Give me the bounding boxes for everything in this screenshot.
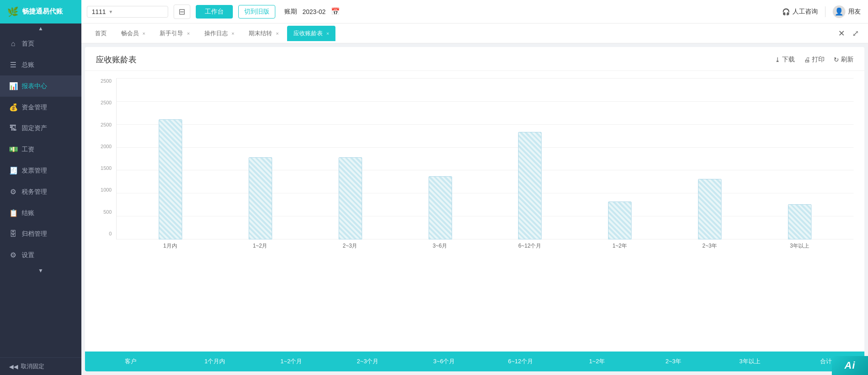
invoice-icon: 🧾 [9, 166, 17, 175]
refresh-label: 刷新 [841, 56, 854, 64]
tab-membership[interactable]: 畅会员 × [115, 26, 151, 41]
top-header: 🌿 畅捷通易代账 1111 ▾ ⊟ 工作台 切到旧版 账期 2023-02 📅 … [0, 0, 868, 23]
y-label-3: 2000 [101, 144, 112, 149]
tab-guide[interactable]: 新手引导 × [153, 26, 196, 41]
tab-label-guide: 新手引导 [160, 29, 183, 38]
x-label-4: 6~12个月 [518, 242, 542, 250]
assets-icon: 🏗 [9, 124, 17, 132]
tab-oplog[interactable]: 操作日志 × [198, 26, 241, 41]
cancel-fixed-label: 取消固定 [21, 362, 44, 370]
table-col-0: 客户 [85, 357, 177, 366]
print-button[interactable]: 🖨 打印 [804, 56, 825, 64]
sidebar-item-reports[interactable]: 📊 报表中心 [0, 75, 81, 97]
bar-7 [788, 204, 811, 239]
archive-icon: 🗄 [9, 230, 17, 238]
bar-0 [159, 119, 182, 239]
bar-2 [339, 157, 362, 239]
refresh-icon: ↻ [834, 56, 839, 63]
sidebar-scroll-up[interactable]: ▲ [0, 23, 81, 33]
y-label-5: 1000 [101, 187, 112, 192]
expand-window-button[interactable]: ⤢ [850, 27, 861, 40]
close-window-button[interactable]: ✕ [836, 27, 847, 40]
sidebar-item-settings[interactable]: ⚙ 设置 [0, 244, 81, 266]
sidebar-item-funds[interactable]: 💰 资金管理 [0, 97, 81, 118]
bar-group-5 [608, 202, 632, 239]
sidebar-label-funds: 资金管理 [22, 103, 47, 112]
sidebar-item-ledger[interactable]: ☰ 总账 [0, 54, 81, 75]
sidebar-item-home[interactable]: ⌂ 首页 [0, 33, 81, 54]
calendar-icon[interactable]: 📅 [331, 7, 340, 16]
pin-icon: ◀◀ [9, 363, 18, 370]
bar-group-0 [159, 119, 182, 239]
tab-label-membership: 畅会员 [121, 29, 139, 38]
table-col-8: 3年以上 [712, 357, 788, 366]
sidebar-label-tax: 税务管理 [22, 188, 47, 196]
tab-label-aging: 应收账龄表 [293, 29, 323, 38]
table-footer: 客户1个月内1~2个月2~3个月3~6个月6~12个月1~2年2~3年3年以上合… [85, 352, 864, 371]
bar-group-7 [788, 204, 811, 239]
x-label-6: 2~3年 [698, 242, 722, 250]
chart-inner: 2500 2500 2500 2000 1500 1000 500 0 [96, 78, 854, 250]
tab-home[interactable]: 首页 [89, 26, 113, 41]
switch-version-button[interactable]: 切到旧版 [238, 5, 275, 19]
y-label-2: 2500 [101, 122, 112, 127]
tab-close-membership[interactable]: × [142, 31, 145, 36]
print-label: 打印 [812, 56, 825, 64]
bar-3 [429, 176, 452, 239]
download-button[interactable]: ⤓ 下载 [775, 56, 795, 64]
x-labels: 1月内1~2月2~3月3~6月6~12个月1~2年2~3年3年以上 [116, 239, 854, 250]
sidebar-item-invoice[interactable]: 🧾 发票管理 [0, 160, 81, 181]
sidebar-scroll-down[interactable]: ▼ [0, 266, 81, 276]
consult-label: 人工咨询 [793, 8, 818, 16]
cancel-fixed-button[interactable]: ◀◀ 取消固定 [0, 358, 81, 375]
sidebar-item-tax[interactable]: ⚙ 税务管理 [0, 181, 81, 202]
sidebar-item-closing[interactable]: 📋 结账 [0, 202, 81, 224]
tab-close-oplog[interactable]: × [231, 31, 234, 36]
funds-icon: 💰 [9, 103, 17, 112]
payroll-icon: 💵 [9, 145, 17, 154]
download-label: 下载 [782, 56, 795, 64]
bar-group-4 [518, 132, 542, 239]
logo-icon: 🌿 [7, 6, 19, 17]
user-area[interactable]: 👤 用友 [833, 5, 861, 18]
print-icon: 🖨 [804, 56, 810, 63]
bar-4 [518, 132, 542, 239]
tab-aging[interactable]: 应收账龄表 × [287, 26, 335, 41]
content-area: 首页 畅会员 × 新手引导 × 操作日志 × 期末结转 × 应收账龄表 × [81, 23, 868, 375]
sidebar-item-archive[interactable]: 🗄 归档管理 [0, 224, 81, 244]
sidebar-item-payroll[interactable]: 💵 工资 [0, 139, 81, 160]
bar-group-2 [339, 157, 362, 239]
x-label-1: 1~2月 [248, 242, 272, 250]
tab-close-aging[interactable]: × [326, 31, 329, 36]
tab-label-oplog: 操作日志 [204, 29, 228, 38]
table-col-4: 3~6个月 [406, 357, 482, 366]
chevron-down-icon: ▾ [109, 9, 112, 15]
bar-group-3 [429, 176, 452, 239]
refresh-button[interactable]: ↻ 刷新 [834, 56, 854, 64]
sidebar-label-reports: 报表中心 [22, 82, 47, 90]
bar-5 [608, 202, 632, 239]
table-col-3: 2~3个月 [330, 357, 406, 366]
page-header: 应收账龄表 ⤓ 下载 🖨 打印 ↻ 刷新 [85, 47, 864, 71]
tab-close-guide[interactable]: × [187, 31, 189, 36]
chart-body: 1月内1~2月2~3月3~6月6~12个月1~2年2~3年3年以上 [116, 78, 854, 250]
x-label-0: 1月内 [158, 242, 182, 250]
page-actions: ⤓ 下载 🖨 打印 ↻ 刷新 [775, 56, 854, 64]
tab-label-home: 首页 [95, 29, 107, 38]
workspace-button[interactable]: 工作台 [196, 5, 233, 19]
tab-period[interactable]: 期末结转 × [242, 26, 285, 41]
y-label-4: 1500 [101, 165, 112, 171]
sidebar-label-home: 首页 [22, 40, 34, 48]
copy-button[interactable]: ⊟ [174, 5, 190, 19]
y-label-1: 2500 [101, 100, 112, 105]
company-selector[interactable]: 1111 ▾ [87, 6, 168, 18]
y-label-0: 2500 [101, 78, 112, 84]
bar-group-1 [249, 157, 272, 239]
home-icon: ⌂ [9, 40, 17, 48]
period-label: 账期 [284, 8, 297, 16]
tab-close-period[interactable]: × [276, 31, 278, 36]
page-title: 应收账龄表 [96, 54, 137, 65]
consult-button[interactable]: 🎧 人工咨询 [782, 8, 818, 16]
sidebar-item-assets[interactable]: 🏗 固定资产 [0, 118, 81, 139]
headset-icon: 🎧 [782, 8, 790, 15]
